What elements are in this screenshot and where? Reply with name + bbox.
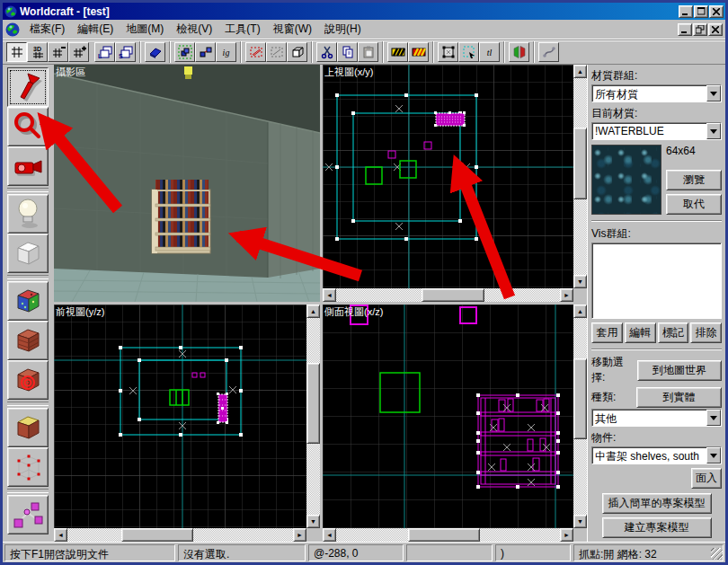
entity-tool-button[interactable] — [7, 194, 49, 234]
selection-tool-button[interactable] — [7, 67, 49, 107]
current-texture-dropdown[interactable]: !WATERBLUE — [591, 122, 722, 140]
chevron-down-icon[interactable] — [706, 85, 721, 102]
scroll-left-icon[interactable]: ◄ — [323, 288, 336, 302]
document-globe-icon[interactable] — [5, 22, 20, 37]
scroll-right-icon[interactable]: ► — [560, 528, 573, 542]
camera-viewport[interactable]: 攝影區 — [54, 65, 320, 302]
side-viewport[interactable]: 側面視圖(x/z) ◄ ► ▲ ▼ — [323, 305, 587, 542]
scroll-right-icon[interactable]: ► — [560, 288, 573, 302]
light-entity[interactable] — [184, 66, 192, 79]
grid-3d-button[interactable]: 3D — [27, 42, 48, 62]
minimize-button[interactable] — [679, 5, 693, 18]
path-properties-button[interactable] — [538, 42, 559, 62]
mdi-restore-button[interactable] — [693, 23, 707, 36]
scroll-up-icon[interactable]: ▲ — [306, 305, 320, 318]
block-tool-button[interactable] — [7, 234, 49, 273]
mdi-close-button[interactable] — [708, 23, 723, 36]
magnify-selection-button[interactable] — [458, 42, 479, 62]
close-button[interactable] — [709, 5, 724, 18]
front-viewport[interactable]: 前視圖(y/z) ◄ ► ▲ ▼ — [54, 305, 320, 542]
menu-map[interactable]: 地圖(M) — [120, 20, 170, 39]
chevron-down-icon[interactable] — [706, 123, 721, 139]
ungroup-button[interactable] — [195, 42, 216, 62]
side-v-thumb[interactable] — [573, 358, 587, 439]
scroll-right-icon[interactable]: ► — [293, 528, 306, 542]
carve-button[interactable] — [145, 42, 165, 62]
front-h-thumb[interactable] — [121, 528, 193, 542]
hazard-unselected-button[interactable] — [408, 42, 429, 62]
chevron-down-icon[interactable] — [706, 410, 721, 426]
title-bar[interactable]: Worldcraft - [test] — [3, 3, 725, 20]
clipping-tool-button[interactable] — [7, 408, 49, 447]
split-faces-button[interactable] — [509, 42, 529, 62]
to-world-button[interactable]: 到地圖世界 — [637, 360, 722, 381]
ignore-groups-button[interactable]: ig — [216, 42, 236, 62]
mdi-minimize-button[interactable] — [678, 23, 692, 36]
texture-application-tool-button[interactable] — [7, 281, 49, 321]
top-v-thumb[interactable] — [573, 128, 587, 199]
vertex-tool-button[interactable] — [7, 447, 49, 487]
paste-button[interactable] — [358, 42, 378, 62]
bookshelf-3d[interactable] — [152, 180, 210, 253]
menu-help[interactable]: 說明(H) — [318, 20, 368, 39]
insert-prefab-button[interactable]: 插入簡單的專案模型 — [602, 493, 712, 514]
menu-edit[interactable]: 編輯(E) — [71, 20, 120, 39]
scroll-up-icon[interactable]: ▲ — [573, 305, 587, 318]
top-viewport[interactable]: 上視圖(x/y) ◄ ► ▲ ▼ — [323, 65, 587, 302]
side-h-scrollbar[interactable]: ◄ ► — [323, 528, 573, 542]
select-handles-button[interactable] — [438, 42, 458, 62]
vis-purge-button[interactable]: 排除 — [690, 322, 722, 343]
group-button[interactable] — [174, 42, 195, 62]
category-dropdown[interactable]: 其他 — [591, 409, 722, 427]
object-dropdown[interactable]: 中書架 shelves, south — [591, 446, 722, 464]
scroll-left-icon[interactable]: ◄ — [323, 528, 336, 542]
resize-grip[interactable] — [711, 548, 723, 560]
hide-unselected-button[interactable] — [266, 42, 287, 62]
side-h-thumb[interactable] — [408, 528, 480, 542]
scroll-down-icon[interactable]: ▼ — [573, 275, 587, 288]
load-window-state-button[interactable]: L — [94, 42, 115, 62]
texture-lock-button[interactable]: tl — [479, 42, 500, 62]
hide-selected-button[interactable] — [245, 42, 266, 62]
copy-button[interactable] — [337, 42, 358, 62]
bookshelf-top[interactable] — [434, 111, 466, 127]
save-window-state-button[interactable]: S — [115, 42, 136, 62]
menu-file[interactable]: 檔案(F) — [23, 20, 71, 39]
menu-tools[interactable]: 工具(T) — [218, 20, 266, 39]
front-v-scrollbar[interactable]: ▲ ▼ — [306, 305, 320, 528]
top-h-thumb[interactable] — [422, 288, 484, 302]
to-entity-button[interactable]: 到實體 — [636, 387, 722, 408]
texture-group-dropdown[interactable]: 所有材質 — [591, 84, 722, 102]
vis-mark-button[interactable]: 標記 — [658, 322, 689, 343]
browse-button[interactable]: 瀏覽 — [666, 170, 722, 190]
vis-edit-button[interactable]: 編輯 — [625, 322, 656, 343]
grid-larger-button[interactable] — [68, 42, 89, 62]
side-v-scrollbar[interactable]: ▲ ▼ — [573, 305, 587, 528]
apply-texture-tool-button[interactable] — [7, 321, 49, 360]
front-v-thumb[interactable] — [306, 363, 320, 444]
cut-button[interactable] — [316, 42, 337, 62]
chevron-down-icon[interactable] — [706, 447, 721, 463]
cordon-button[interactable] — [287, 42, 307, 62]
scroll-down-icon[interactable]: ▼ — [306, 515, 320, 528]
camera-tool-button[interactable] — [7, 146, 49, 186]
path-tool-button[interactable] — [7, 495, 49, 534]
scroll-left-icon[interactable]: ◄ — [54, 528, 67, 542]
apply-decals-tool-button[interactable] — [7, 360, 49, 400]
hazard-selected-button[interactable] — [387, 42, 408, 62]
create-prefab-button[interactable]: 建立專案模型 — [602, 517, 712, 538]
menu-view[interactable]: 檢視(V) — [170, 20, 218, 39]
magnify-tool-button[interactable] — [7, 107, 49, 146]
grid-smaller-button[interactable] — [48, 42, 68, 62]
top-h-scrollbar[interactable]: ◄ ► — [323, 288, 573, 302]
vis-apply-button[interactable]: 套用 — [591, 322, 623, 343]
vis-groups-list[interactable] — [591, 243, 722, 319]
grid-toggle-button[interactable] — [6, 42, 27, 62]
replace-button[interactable]: 取代 — [666, 194, 722, 215]
top-v-scrollbar[interactable]: ▲ ▼ — [573, 65, 587, 288]
menu-window[interactable]: 視窗(W) — [267, 20, 318, 39]
scroll-down-icon[interactable]: ▼ — [573, 515, 587, 528]
front-h-scrollbar[interactable]: ◄ ► — [54, 528, 306, 542]
maximize-button[interactable] — [694, 5, 708, 18]
insert-small-button[interactable]: 面入 — [691, 468, 722, 489]
